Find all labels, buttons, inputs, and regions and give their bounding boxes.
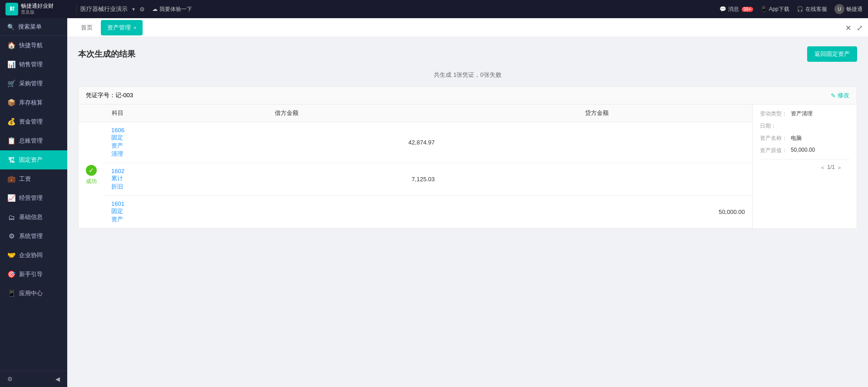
company-selector[interactable]: 医疗器械行业演示 ▼ (80, 5, 136, 13)
edition-badge: 普及版 (21, 9, 54, 15)
app-name: 畅捷通好业财 (21, 3, 54, 9)
sidebar-label-quick-nav: 快捷导航 (19, 41, 43, 50)
phone-icon: 📱 (760, 6, 767, 12)
guide-icon: 🎯 (7, 270, 15, 278)
sidebar-item-cooperation[interactable]: 🤝 企业协同 (0, 246, 67, 265)
col-subject: 科目 (104, 104, 132, 122)
edit-button[interactable]: ✎ 修改 (831, 91, 849, 99)
logo-icon: 财 (5, 3, 18, 15)
apps-icon: 📱 (7, 289, 15, 298)
search-menu-item[interactable]: 🔍 搜索菜单 (0, 18, 67, 36)
close-modal-button[interactable]: ✕ (843, 22, 853, 34)
sidebar-item-purchase[interactable]: 🛒 采购管理 (0, 74, 67, 93)
home-icon: 🏠 (7, 41, 15, 50)
message-icon: 💬 (719, 6, 726, 12)
trial-label: 我要体验一下 (159, 5, 192, 13)
subject-code-1601: 1601 (111, 200, 124, 207)
sidebar-item-capital[interactable]: 💰 资金管理 (0, 112, 67, 131)
close-tab-icon[interactable]: × (134, 25, 136, 30)
sidebar-item-fixed-assets[interactable]: 🏗 固定资产 (0, 150, 67, 169)
online-service-btn[interactable]: 🎧 在线客服 (797, 5, 827, 13)
app-download-label: App下载 (769, 5, 789, 13)
prev-page-btn[interactable]: ＜ (820, 164, 825, 172)
avatar: U (834, 4, 844, 14)
messages-btn[interactable]: 💬 消息 99+ (719, 5, 753, 13)
page-title: 本次生成的结果 (78, 49, 135, 60)
ledger-icon: 📋 (7, 137, 15, 145)
sidebar-item-operations[interactable]: 📈 经营管理 (0, 189, 67, 208)
page-header: 本次生成的结果 返回固定资产 (78, 46, 857, 62)
tab-home-label: 首页 (81, 24, 93, 31)
sidebar-label-capital: 资金管理 (19, 118, 43, 126)
sidebar-item-quick-nav[interactable]: 🏠 快捷导航 (0, 36, 67, 55)
next-page-btn[interactable]: ＞ (837, 164, 842, 172)
voucher-header: 凭证字号：记-003 ✎ 修改 (79, 87, 857, 104)
user-name: 畅捷通 (846, 5, 863, 13)
expand-modal-button[interactable]: ⤢ (855, 22, 864, 34)
tab-bar: 首页 资产管理 × ✕ ⤢ (67, 18, 868, 37)
page-content: 本次生成的结果 返回固定资产 共生成 1张凭证，0张失败 凭证字号：记-003 … (67, 37, 868, 387)
sidebar-item-guide[interactable]: 🎯 新手引导 (0, 265, 67, 284)
sidebar-item-inventory[interactable]: 📦 库存核算 (0, 93, 67, 112)
voucher-block: 凭证字号：记-003 ✎ 修改 科目 (78, 86, 857, 229)
page-indicator: 1/1 (827, 164, 835, 172)
sidebar-item-ledger[interactable]: 📋 总账管理 (0, 131, 67, 150)
debit-cell-1606: 42,874.97 (132, 122, 442, 163)
sidebar-label-operations: 经营管理 (19, 194, 43, 202)
sidebar-bottom: ⚙ ◀ (0, 371, 67, 387)
tab-home[interactable]: 首页 (74, 20, 99, 35)
subject-code-1606: 1606 (111, 127, 124, 134)
subject-cell-1602[interactable]: 1602 累计折旧 (104, 163, 132, 196)
logo-area: 财 畅捷通好业财 普及版 (5, 3, 73, 15)
user-menu[interactable]: U 畅捷通 (834, 4, 863, 14)
subject-cell-1601[interactable]: 1601 固定资产 (104, 196, 132, 228)
main-layout: 🔍 搜索菜单 🏠 快捷导航 📊 销售管理 🛒 采购管理 📦 库存核算 💰 资金管… (0, 18, 868, 387)
top-header: 财 畅捷通好业财 普及版 医疗器械行业演示 ▼ ⚙ ☁ 我要体验一下 💬 消息 … (0, 0, 868, 18)
change-type-value: 资产清理 (791, 110, 813, 118)
sidebar-item-basic-info[interactable]: 🗂 基础信息 (0, 208, 67, 227)
voucher-table: 科目 借方金额 贷方金额 ✓ 成功 (79, 104, 752, 228)
table-row: 1602 累计折旧 7,125.03 (79, 163, 752, 196)
app-download-btn[interactable]: 📱 App下载 (760, 5, 789, 13)
purchase-icon: 🛒 (7, 79, 15, 88)
voucher-num: 凭证字号：记-003 (86, 91, 133, 99)
sidebar: 🔍 搜索菜单 🏠 快捷导航 📊 销售管理 🛒 采购管理 📦 库存核算 💰 资金管… (0, 18, 67, 387)
sidebar-label-purchase: 采购管理 (19, 79, 43, 88)
sidebar-item-apps[interactable]: 📱 应用中心 (0, 284, 67, 303)
system-icon: ⚙ (7, 232, 15, 240)
sidebar-item-system[interactable]: ⚙ 系统管理 (0, 227, 67, 246)
asset-name-row: 资产名称： 电脑 (760, 134, 849, 142)
subject-code-1602: 1602 (111, 168, 124, 174)
change-type-label: 变动类型： (760, 110, 787, 118)
sales-icon: 📊 (7, 60, 15, 69)
sidebar-item-payroll[interactable]: 💼 工资 (0, 169, 67, 189)
sidebar-item-sales[interactable]: 📊 销售管理 (0, 55, 67, 74)
voucher-num-label: 凭证字号： (86, 92, 115, 99)
header-right-area: 💬 消息 99+ 📱 App下载 🎧 在线客服 U 畅捷通 (719, 4, 863, 14)
asset-name-value: 电脑 (791, 134, 802, 142)
divider (76, 4, 77, 15)
gear-icon[interactable]: ⚙ (139, 6, 145, 13)
trial-button[interactable]: ☁ 我要体验一下 (152, 5, 192, 13)
fixed-assets-icon: 🏗 (7, 156, 15, 164)
tab-asset-management[interactable]: 资产管理 × (101, 20, 143, 35)
sidebar-label-guide: 新手引导 (19, 270, 43, 278)
status-label: 成功 (86, 178, 97, 185)
status-cell: ✓ 成功 (79, 122, 104, 228)
capital-icon: 💰 (7, 118, 15, 126)
collapse-icon[interactable]: ◀ (55, 376, 60, 382)
credit-cell-1606 (442, 122, 752, 163)
online-service-label: 在线客服 (805, 5, 827, 13)
subject-name-1606: 固定资产清理 (111, 134, 123, 157)
return-fixed-assets-button[interactable]: 返回固定资产 (807, 46, 857, 62)
operations-icon: 📈 (7, 194, 15, 202)
debit-cell-1601 (132, 196, 442, 228)
sidebar-label-system: 系统管理 (19, 232, 43, 240)
voucher-num-value: 记-003 (115, 92, 133, 99)
subject-name-1602: 累计折旧 (111, 175, 123, 190)
sidebar-label-basic-info: 基础信息 (19, 213, 43, 221)
subject-cell-1606[interactable]: 1606 固定资产清理 (104, 122, 132, 163)
inventory-icon: 📦 (7, 99, 15, 107)
settings-bottom-icon[interactable]: ⚙ (7, 376, 13, 382)
content-area: 首页 资产管理 × ✕ ⤢ 本次生成的结果 返回固定资产 共生成 1张凭证，0张… (67, 18, 868, 387)
